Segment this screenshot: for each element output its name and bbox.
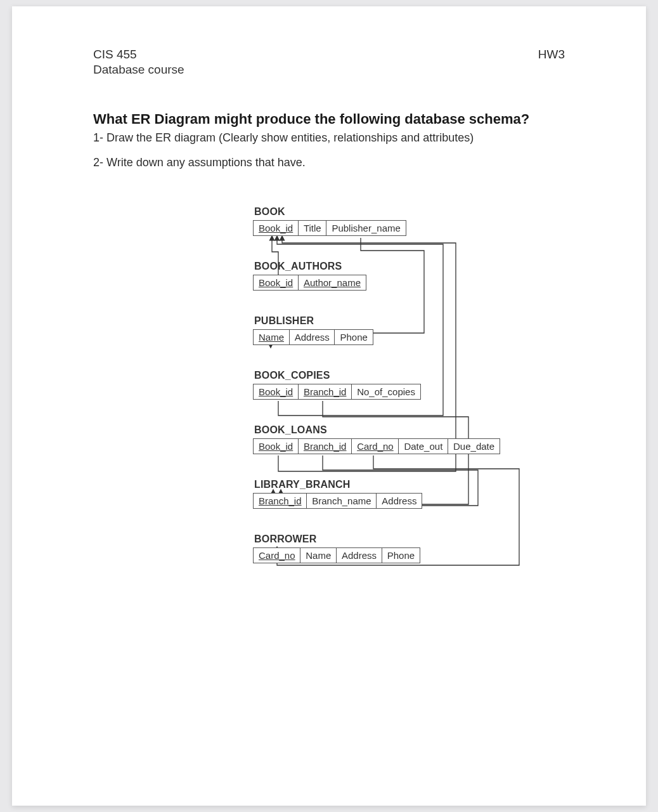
column-address: Address bbox=[336, 547, 382, 563]
column-author-name: Author_name bbox=[298, 275, 366, 291]
table-title: BOOK_AUTHORS bbox=[254, 261, 366, 272]
table-title: PUBLISHER bbox=[254, 315, 373, 327]
question-instruction-1: 1- Draw the ER diagram (Clearly show ent… bbox=[93, 131, 565, 145]
table-book: BOOK Book_id Title Publisher_name bbox=[253, 206, 406, 236]
table-row: Name Address Phone bbox=[253, 329, 373, 345]
column-no-of-copies: No_of_copies bbox=[351, 384, 421, 400]
column-title: Title bbox=[298, 220, 327, 236]
column-branch-id: Branch_id bbox=[253, 493, 307, 509]
column-book-id: Book_id bbox=[253, 384, 299, 400]
course-name: Database course bbox=[93, 63, 565, 77]
question-instruction-2: 2- Write down any assumptions that have. bbox=[93, 156, 565, 169]
schema-diagram: BOOK Book_id Title Publisher_name BOOK_A… bbox=[93, 206, 565, 599]
column-address: Address bbox=[376, 493, 422, 509]
course-code: CIS 455 bbox=[93, 46, 137, 64]
schema-diagram-inner: BOOK Book_id Title Publisher_name BOOK_A… bbox=[253, 206, 608, 599]
table-book-loans: BOOK_LOANS Book_id Branch_id Card_no Dat… bbox=[253, 424, 500, 454]
column-branch-id: Branch_id bbox=[298, 438, 352, 454]
column-card-no: Card_no bbox=[351, 438, 399, 454]
table-title: BOOK bbox=[254, 206, 406, 218]
table-book-copies: BOOK_COPIES Book_id Branch_id No_of_copi… bbox=[253, 370, 421, 400]
column-name: Name bbox=[300, 547, 337, 563]
document-page: CIS 455 HW3 Database course What ER Diag… bbox=[12, 6, 646, 806]
page-content: CIS 455 HW3 Database course What ER Diag… bbox=[12, 6, 646, 650]
question-heading: What ER Diagram might produce the follow… bbox=[93, 111, 565, 128]
table-library-branch: LIBRARY_BRANCH Branch_id Branch_name Add… bbox=[253, 479, 422, 509]
table-row: Book_id Branch_id Card_no Date_out Due_d… bbox=[253, 438, 500, 454]
column-book-id: Book_id bbox=[253, 220, 299, 236]
page-header: CIS 455 HW3 bbox=[93, 46, 565, 64]
column-date-out: Date_out bbox=[398, 438, 448, 454]
column-due-date: Due_date bbox=[448, 438, 500, 454]
column-name: Name bbox=[253, 329, 290, 345]
table-book-authors: BOOK_AUTHORS Book_id Author_name bbox=[253, 261, 366, 291]
column-phone: Phone bbox=[382, 547, 420, 563]
table-title: BORROWER bbox=[254, 534, 420, 545]
column-book-id: Book_id bbox=[253, 275, 299, 291]
column-branch-id: Branch_id bbox=[298, 384, 352, 400]
table-title: BOOK_LOANS bbox=[254, 424, 500, 436]
table-publisher: PUBLISHER Name Address Phone bbox=[253, 315, 373, 345]
column-publisher-name: Publisher_name bbox=[326, 220, 406, 236]
column-phone: Phone bbox=[334, 329, 373, 345]
table-row: Branch_id Branch_name Address bbox=[253, 493, 422, 509]
column-address: Address bbox=[289, 329, 335, 345]
table-title: LIBRARY_BRANCH bbox=[254, 479, 422, 490]
table-row: Card_no Name Address Phone bbox=[253, 547, 420, 563]
column-branch-name: Branch_name bbox=[306, 493, 377, 509]
column-book-id: Book_id bbox=[253, 438, 299, 454]
table-row: Book_id Branch_id No_of_copies bbox=[253, 384, 421, 400]
column-card-no: Card_no bbox=[253, 547, 301, 563]
table-row: Book_id Title Publisher_name bbox=[253, 220, 406, 236]
table-row: Book_id Author_name bbox=[253, 275, 366, 291]
homework-label: HW3 bbox=[538, 46, 565, 64]
table-title: BOOK_COPIES bbox=[254, 370, 421, 381]
table-borrower: BORROWER Card_no Name Address Phone bbox=[253, 534, 420, 563]
